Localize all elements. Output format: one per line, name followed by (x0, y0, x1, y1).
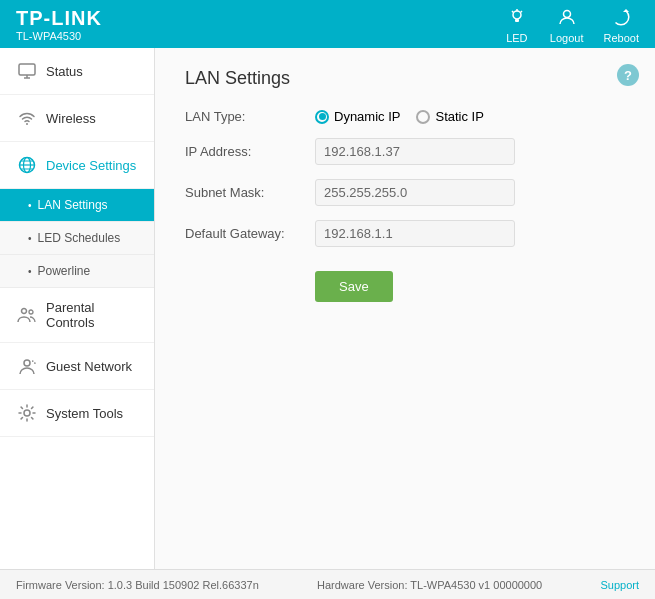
dynamic-ip-option[interactable]: Dynamic IP (315, 109, 400, 124)
led-schedules-label: LED Schedules (38, 231, 121, 245)
system-tools-label: System Tools (46, 406, 123, 421)
content-area: LAN Settings ? LAN Type: Dynamic IP Stat… (155, 48, 655, 569)
default-gateway-input[interactable] (315, 220, 515, 247)
svg-line-3 (520, 11, 522, 13)
globe-icon (16, 154, 38, 176)
sidebar-item-device-settings[interactable]: Device Settings (0, 142, 154, 189)
bullet-icon: • (28, 266, 32, 277)
led-button[interactable]: LED (504, 4, 530, 44)
lan-type-radio-group: Dynamic IP Static IP (315, 109, 625, 124)
header-actions: LED Logout Reboot (504, 4, 639, 44)
save-button[interactable]: Save (315, 271, 393, 302)
svg-point-16 (22, 309, 27, 314)
reboot-label: Reboot (604, 32, 639, 44)
sidebar-item-wireless[interactable]: Wireless (0, 95, 154, 142)
footer: Firmware Version: 1.0.3 Build 150902 Rel… (0, 569, 655, 599)
monitor-icon (16, 60, 38, 82)
subnet-mask-input[interactable] (315, 179, 515, 206)
led-icon (504, 4, 530, 30)
svg-rect-7 (19, 64, 35, 75)
subnet-mask-value-container (315, 179, 625, 206)
static-ip-radio[interactable] (416, 110, 430, 124)
default-gateway-value-container (315, 220, 625, 247)
sidebar-item-status[interactable]: Status (0, 48, 154, 95)
logout-label: Logout (550, 32, 584, 44)
static-ip-option[interactable]: Static IP (416, 109, 483, 124)
parental-controls-label: Parental Controls (46, 300, 138, 330)
subnet-mask-row: Subnet Mask: (185, 179, 625, 206)
sidebar-item-powerline[interactable]: • Powerline (0, 255, 154, 288)
sidebar-item-parental-controls[interactable]: Parental Controls (0, 288, 154, 343)
sidebar-item-lan-settings[interactable]: • LAN Settings (0, 189, 154, 222)
svg-marker-6 (623, 9, 629, 12)
lan-settings-label: LAN Settings (38, 198, 108, 212)
support-link[interactable]: Support (600, 579, 639, 591)
default-gateway-label: Default Gateway: (185, 226, 315, 241)
bullet-icon: • (28, 200, 32, 211)
svg-point-10 (26, 123, 28, 125)
svg-point-18 (24, 360, 30, 366)
lan-settings-form: LAN Type: Dynamic IP Static IP IP Addres… (185, 109, 625, 247)
bullet-icon: • (28, 233, 32, 244)
guest-network-icon (16, 355, 38, 377)
led-label: LED (506, 32, 527, 44)
svg-point-19 (24, 410, 30, 416)
svg-point-5 (563, 11, 570, 18)
brand-name: TP-LINK (16, 7, 102, 30)
parental-icon (16, 304, 38, 326)
ip-address-row: IP Address: (185, 138, 625, 165)
logo: TP-LINK TL-WPA4530 (16, 7, 102, 42)
wireless-icon (16, 107, 38, 129)
lan-type-label: LAN Type: (185, 109, 315, 124)
sidebar: Status Wireless (0, 48, 155, 569)
subnet-mask-label: Subnet Mask: (185, 185, 315, 200)
firmware-info: Firmware Version: 1.0.3 Build 150902 Rel… (16, 579, 259, 591)
static-ip-label: Static IP (435, 109, 483, 124)
gear-icon (16, 402, 38, 424)
sidebar-item-led-schedules[interactable]: • LED Schedules (0, 222, 154, 255)
svg-rect-1 (515, 19, 519, 22)
header: TP-LINK TL-WPA4530 LED (0, 0, 655, 48)
reboot-icon (608, 4, 634, 30)
device-settings-label: Device Settings (46, 158, 136, 173)
dynamic-ip-label: Dynamic IP (334, 109, 400, 124)
svg-point-17 (29, 310, 33, 314)
ip-address-label: IP Address: (185, 144, 315, 159)
main-layout: Status Wireless (0, 48, 655, 569)
lan-type-row: LAN Type: Dynamic IP Static IP (185, 109, 625, 124)
logout-icon (554, 4, 580, 30)
sidebar-item-guest-network[interactable]: Guest Network (0, 343, 154, 390)
powerline-label: Powerline (38, 264, 91, 278)
svg-point-0 (513, 11, 521, 19)
logout-button[interactable]: Logout (550, 4, 584, 44)
help-icon[interactable]: ? (617, 64, 639, 86)
sidebar-submenu-device-settings: • LAN Settings • LED Schedules • Powerli… (0, 189, 154, 288)
dynamic-ip-radio[interactable] (315, 110, 329, 124)
guest-network-label: Guest Network (46, 359, 132, 374)
page-title: LAN Settings (185, 68, 625, 89)
status-label: Status (46, 64, 83, 79)
svg-line-4 (512, 11, 514, 13)
ip-address-input[interactable] (315, 138, 515, 165)
sidebar-item-system-tools[interactable]: System Tools (0, 390, 154, 437)
default-gateway-row: Default Gateway: (185, 220, 625, 247)
hardware-info: Hardware Version: TL-WPA4530 v1 00000000 (317, 579, 542, 591)
model-name: TL-WPA4530 (16, 30, 102, 42)
reboot-button[interactable]: Reboot (604, 4, 639, 44)
wireless-label: Wireless (46, 111, 96, 126)
ip-address-value-container (315, 138, 625, 165)
